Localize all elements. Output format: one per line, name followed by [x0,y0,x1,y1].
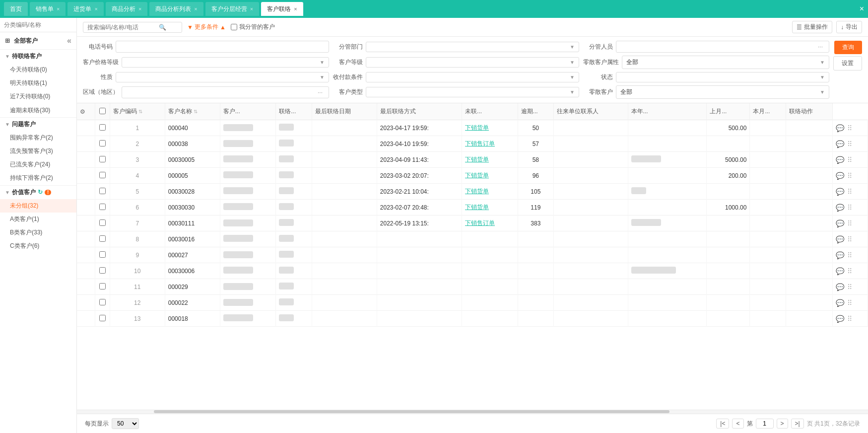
sidebar-item-7days[interactable]: 近7天待联络(0) [0,90,76,103]
chat-icon-2[interactable]: 💬 [836,156,844,164]
chat-icon-1[interactable]: 💬 [836,140,844,148]
method-link-4[interactable]: 下销货单 [465,188,489,195]
nav-tab-home[interactable]: 首页 [4,2,28,16]
method-link-1[interactable]: 下销售订单 [465,140,495,147]
sidebar-item-churned[interactable]: 已流失客户(24) [0,158,76,171]
sidebar-all-customers[interactable]: ⊞ 全部客户 « [0,32,76,49]
chat-icon-8[interactable]: 💬 [836,251,844,259]
nav-tab-customer-tier-close[interactable]: × [250,6,253,12]
more-icon-6[interactable]: ⠿ [847,219,852,227]
sidebar-item-class-b[interactable]: B类客户(33) [0,226,76,239]
filter-select-cust-grade[interactable]: ▼ [366,57,579,68]
more-icon-5[interactable]: ⠿ [847,204,852,212]
select-all-checkbox[interactable] [99,108,106,114]
sidebar-item-tomorrow[interactable]: 明天待联络(1) [0,76,76,90]
method-link-5[interactable]: 下销货单 [465,204,489,211]
chat-icon-7[interactable]: 💬 [836,235,844,243]
more-icon-2[interactable]: ⠿ [847,156,852,164]
my-customers-checkbox[interactable]: 我分管的客户 [231,23,275,31]
page-number-input[interactable] [756,419,774,429]
filter-select-price-grade[interactable]: ▼ [122,57,329,68]
nav-tab-sales[interactable]: 销售单 × [30,2,66,16]
row-checkbox-11[interactable] [99,299,106,305]
prev-page-btn[interactable]: < [732,419,743,429]
pending-section-title[interactable]: ▼ 待联络客户 [0,50,76,63]
problem-section-title[interactable]: ▼ 问题客户 [0,118,76,131]
nav-tab-analysis-close[interactable]: × [138,6,141,12]
sidebar-item-overdue[interactable]: 逾期未联络(30) [0,104,76,117]
code-sort-icon[interactable]: ⇅ [138,109,142,114]
chat-icon-12[interactable]: 💬 [836,315,844,323]
more-icon-9[interactable]: ⠿ [847,267,852,275]
chat-icon-3[interactable]: 💬 [836,172,844,180]
sidebar-item-class-a[interactable]: A类客户(1) [0,213,76,226]
row-checkbox-12[interactable] [99,315,106,321]
row-checkbox-5[interactable] [99,204,106,210]
row-checkbox-9[interactable] [99,267,106,274]
method-link-0[interactable]: 下销货单 [465,124,489,131]
horizontal-scrollbar[interactable] [77,410,868,414]
chat-icon-4[interactable]: 💬 [836,188,844,196]
sidebar-item-declining[interactable]: 持续下滑客户(2) [0,171,76,185]
filter-select-status[interactable]: ▼ [616,72,829,82]
more-conditions-btn[interactable]: ▼ 更多条件 ▲ [187,23,226,31]
chat-icon-6[interactable]: 💬 [836,219,844,227]
filter-select-dept[interactable]: ▼ [366,42,579,52]
more-icon-3[interactable]: ⠿ [847,172,852,180]
nav-tab-analysis[interactable]: 商品分析 × [106,2,147,16]
sidebar-search-input[interactable] [4,21,77,28]
nav-tab-purchase-close[interactable]: × [94,6,97,12]
sidebar-item-ungroup[interactable]: 未分组(32) [0,199,76,213]
reset-button[interactable]: 设置 [833,56,862,71]
close-all-tabs[interactable]: × [860,4,864,13]
nav-tab-customer-contact-close[interactable]: × [294,6,297,12]
value-section-title[interactable]: ▼ 价值客户 ↻ ! [0,186,76,199]
row-checkbox-6[interactable] [99,219,106,226]
person-dots[interactable]: ··· [816,43,825,50]
filter-select-region[interactable]: ··· [122,86,329,98]
name-sort-icon[interactable]: ⇅ [194,109,198,114]
per-page-select[interactable]: 50 20 100 [112,418,139,429]
row-checkbox-4[interactable] [99,188,106,194]
next-page-btn[interactable]: > [777,419,788,429]
filter-select-payment[interactable]: ▼ [366,72,579,82]
more-icon-11[interactable]: ⠿ [847,299,852,307]
method-link-3[interactable]: 下销货单 [465,172,489,179]
nav-tab-analysis-list[interactable]: 商品分析列表 × [149,2,203,16]
chat-icon-9[interactable]: 💬 [836,267,844,275]
filter-search-input[interactable] [87,24,157,31]
row-checkbox-2[interactable] [99,156,106,162]
more-icon-1[interactable]: ⠿ [847,140,852,148]
export-btn[interactable]: ↓ 导出 [836,21,862,33]
chat-icon-10[interactable]: 💬 [836,283,844,291]
more-icon-12[interactable]: ⠿ [847,315,852,323]
nav-tab-customer-contact[interactable]: 客户联络 × [261,2,303,16]
filter-input-phone[interactable] [116,41,329,53]
filter-select-person[interactable]: ··· [616,41,829,53]
row-checkbox-8[interactable] [99,251,106,258]
query-button[interactable]: 查询 [834,41,862,54]
sidebar-item-class-c[interactable]: C类客户(6) [0,239,76,253]
method-link-2[interactable]: 下销货单 [465,156,489,163]
more-icon-7[interactable]: ⠿ [847,235,852,243]
sidebar-item-abnormal[interactable]: 囤购异常客户(2) [0,131,76,144]
nav-tab-purchase[interactable]: 进货单 × [67,2,103,16]
row-checkbox-3[interactable] [99,172,106,178]
sidebar-item-today[interactable]: 今天待联络(0) [0,63,76,76]
region-dots[interactable]: ··· [316,89,325,96]
row-checkbox-7[interactable] [99,235,106,242]
row-checkbox-10[interactable] [99,283,106,289]
row-checkbox-1[interactable] [99,140,106,146]
chat-icon-5[interactable]: 💬 [836,204,844,212]
refresh-icon[interactable]: ↻ [38,189,43,196]
filter-select-retail-cust[interactable]: 全部 ▼ [616,85,829,99]
filter-select-cust-type[interactable]: ▼ [366,87,579,97]
sidebar-item-churn-warn[interactable]: 流失预警客户(3) [0,144,76,158]
more-icon-0[interactable]: ⠿ [847,124,852,132]
nav-tab-customer-tier[interactable]: 客户分层经营 × [205,2,259,16]
more-icon-10[interactable]: ⠿ [847,283,852,291]
settings-icon[interactable]: ⚙ [80,108,85,115]
filter-select-nature[interactable]: ▼ [116,72,329,82]
my-customers-check[interactable] [231,24,237,30]
row-checkbox-0[interactable] [99,124,106,131]
